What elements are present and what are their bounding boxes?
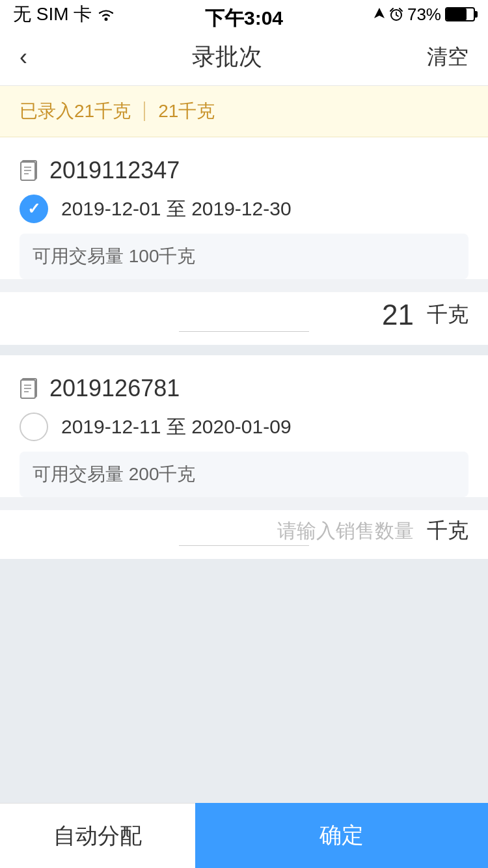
back-button[interactable]: ‹ (20, 44, 27, 71)
location-icon (373, 7, 385, 21)
doc-icon-1 (20, 159, 42, 182)
batch-item-1: 2019112347 ✓ 2019-12-01 至 2019-12-30 可用交… (0, 137, 488, 279)
content-area: 2019112347 ✓ 2019-12-01 至 2019-12-30 可用交… (0, 137, 488, 868)
confirm-button[interactable]: 确定 (195, 803, 488, 868)
qty-placeholder-2: 请输入销售数量 (277, 518, 414, 545)
quantity-unit-1: 千克 (427, 301, 468, 329)
quantity-wrapper-1: 21 千克 (0, 292, 488, 345)
batch-date-2: 2019-12-11 至 2020-01-09 (61, 414, 291, 441)
batch-item-2: 2019126781 2019-12-11 至 2020-01-09 可用交易量… (0, 355, 488, 497)
batch-date-row-2: 2019-12-11 至 2020-01-09 (20, 413, 468, 441)
wifi-icon (97, 7, 115, 21)
doc-icon-2 (20, 377, 42, 400)
status-time: 下午3:04 (205, 5, 283, 32)
available-box-1: 可用交易量 100千克 (20, 234, 468, 279)
battery-icon (445, 7, 475, 21)
svg-point-0 (105, 18, 108, 21)
divider-1 (179, 331, 309, 332)
quantity-wrapper-2: 请输入销售数量 千克 (0, 510, 488, 559)
radio-1[interactable]: ✓ (20, 195, 48, 223)
status-carrier: 无 SIM 卡 (13, 2, 115, 27)
qty-input-row-2[interactable]: 请输入销售数量 千克 (20, 517, 468, 545)
info-bar: 已录入21千克 21千克 (0, 86, 488, 137)
radio-check-1: ✓ (27, 200, 40, 218)
status-right: 73% (373, 5, 475, 25)
bottom-bar: 自动分配 确定 (0, 803, 488, 868)
clear-button[interactable]: 清空 (427, 43, 468, 72)
batch-id-1: 2019112347 (49, 157, 180, 184)
page-title: 录批次 (192, 41, 262, 73)
item-separator (0, 345, 488, 355)
qty-input-row-1: 21 千克 (20, 299, 468, 331)
svg-rect-8 (21, 380, 35, 398)
batch-date-1: 2019-12-01 至 2019-12-30 (61, 196, 291, 223)
divider-2 (179, 545, 309, 546)
batch-header-1: 2019112347 (20, 157, 468, 184)
available-box-2: 可用交易量 200千克 (20, 452, 468, 497)
batch-date-row-1: ✓ 2019-12-01 至 2019-12-30 (20, 195, 468, 223)
batch-header-2: 2019126781 (20, 375, 468, 402)
alarm-icon (389, 7, 403, 21)
nav-bar: ‹ 录批次 清空 (0, 29, 488, 86)
status-bar: 无 SIM 卡 下午3:04 73% (0, 0, 488, 29)
carrier-text: 无 SIM 卡 (13, 2, 92, 27)
radio-2[interactable] (20, 413, 48, 441)
battery-percent: 73% (407, 5, 441, 25)
auto-distribute-button[interactable]: 自动分配 (0, 803, 195, 868)
info-label: 已录入21千克 (20, 99, 131, 124)
batch-id-2: 2019126781 (49, 375, 180, 402)
info-value: 21千克 (158, 99, 215, 124)
quantity-value-1: 21 (382, 299, 414, 331)
svg-rect-3 (21, 162, 35, 180)
quantity-unit-2: 千克 (427, 517, 468, 545)
info-divider (144, 102, 145, 121)
